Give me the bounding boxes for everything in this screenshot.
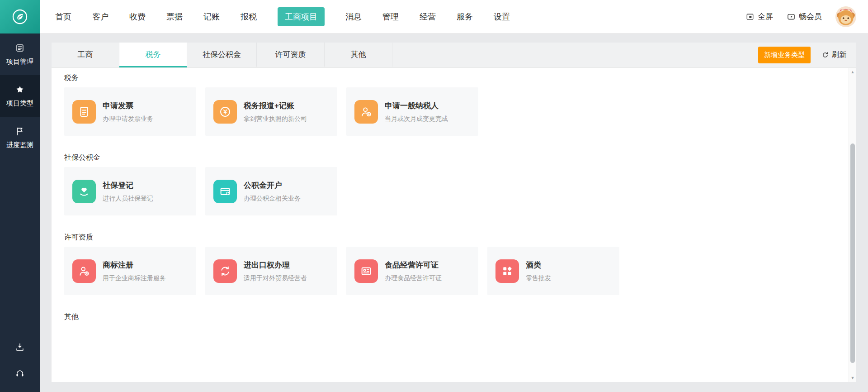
app-logo[interactable] <box>0 0 40 33</box>
vertical-scrollbar[interactable]: ▲ ▼ <box>849 68 856 382</box>
topbar-right: 全屏 畅会员 <box>745 6 868 27</box>
tab-business[interactable]: 工商 <box>52 43 119 67</box>
food-license-icon <box>354 259 378 283</box>
card-text: 商标注册 用于企业商标注册服务 <box>103 260 166 282</box>
sidebar-item-project-types[interactable]: 项目类型 <box>0 75 40 117</box>
card-subtitle: 拿到营业执照的新公司 <box>244 115 307 123</box>
nav-settings[interactable]: 设置 <box>494 11 510 22</box>
card-liquor[interactable]: 酒类 零售批发 <box>487 247 619 295</box>
card-apply-invoice[interactable]: 申请发票 办理申请发票业务 <box>64 87 196 136</box>
card-title: 申请发票 <box>103 100 153 111</box>
card-subtitle: 办理申请发票业务 <box>103 115 153 123</box>
card-trademark-registration[interactable]: 商标注册 用于企业商标注册服务 <box>64 247 196 295</box>
card-import-export-rights[interactable]: 进出口权办理 适用于对外贸易经营者 <box>205 247 337 295</box>
card-fund-account-opening[interactable]: 公积金开户 办理公积金相关业务 <box>205 167 337 215</box>
sidebar-item-project-management[interactable]: 项目管理 <box>0 33 40 75</box>
card-subtitle: 进行人员社保登记 <box>103 195 153 203</box>
nav-customers[interactable]: 客户 <box>92 11 108 22</box>
section-licenses: 许可资质 商标注册 用于企业商标注册服务 <box>64 233 829 295</box>
refresh-button[interactable]: 刷新 <box>821 50 846 60</box>
nav-invoices[interactable]: 票据 <box>166 11 183 22</box>
tab-others[interactable]: 其他 <box>325 43 392 67</box>
scroll-up-arrow[interactable]: ▲ <box>849 69 856 75</box>
section-heading: 许可资质 <box>64 233 829 242</box>
sidebar-item-label: 项目管理 <box>6 57 33 66</box>
social-security-icon <box>72 180 96 203</box>
fullscreen-button[interactable]: 全屏 <box>745 11 773 22</box>
general-taxpayer-icon <box>354 100 378 124</box>
tab-licenses[interactable]: 许可资质 <box>257 43 325 67</box>
download-icon[interactable] <box>15 342 25 352</box>
leaf-logo-icon <box>11 8 29 26</box>
card-social-security-registration[interactable]: 社保登记 进行人员社保登记 <box>64 167 196 215</box>
member-label: 畅会员 <box>799 11 822 22</box>
avatar-image <box>835 6 856 27</box>
scrollbar-thumb[interactable] <box>850 143 855 363</box>
scroll-down-arrow[interactable]: ▼ <box>849 375 856 381</box>
sidebar-item-progress-monitoring[interactable]: 进度监测 <box>0 117 40 158</box>
card-text: 税务报道+记账 拿到营业执照的新公司 <box>244 100 307 123</box>
nav-charges[interactable]: 收费 <box>129 11 146 22</box>
member-button[interactable]: 畅会员 <box>787 11 822 22</box>
tab-social-fund[interactable]: 社保公积金 <box>187 43 257 67</box>
tab-toolbar: 新增业务类型 刷新 <box>758 43 856 67</box>
card-general-taxpayer[interactable]: 申请一般纳税人 当月或次月成变更完成 <box>346 87 478 136</box>
card-row: 商标注册 用于企业商标注册服务 进出口权办理 适用于对外贸易经营者 <box>64 247 829 295</box>
nav-operations[interactable]: 经营 <box>420 11 436 22</box>
section-tax: 税务 申请发票 办理申请发票业务 <box>64 73 829 136</box>
sidebar: 项目管理 项目类型 进度监测 <box>0 33 40 392</box>
card-row: 申请发票 办理申请发票业务 税务报道+记账 拿到营业执照的新公司 <box>64 87 829 136</box>
card-title: 食品经营许可证 <box>385 260 442 270</box>
refresh-label: 刷新 <box>832 50 846 60</box>
card-subtitle: 用于企业商标注册服务 <box>103 274 166 282</box>
card-title: 公积金开户 <box>244 180 301 191</box>
section-heading: 税务 <box>64 73 829 83</box>
card-text: 申请一般纳税人 当月或次月成变更完成 <box>385 100 448 123</box>
content-area: 税务 申请发票 办理申请发票业务 <box>52 68 856 382</box>
card-subtitle: 办理食品经营许可证 <box>385 274 442 282</box>
card-tax-registration[interactable]: 税务报道+记账 拿到营业执照的新公司 <box>205 87 337 136</box>
card-subtitle: 适用于对外贸易经营者 <box>244 274 307 282</box>
import-export-icon <box>213 259 237 283</box>
topbar: 首页 客户 收费 票据 记账 报税 工商项目 消息 管理 经营 服务 设置 全屏 <box>0 0 868 33</box>
clipboard-icon <box>15 43 25 53</box>
fund-account-icon <box>213 180 237 203</box>
nav-business-projects[interactable]: 工商项目 <box>278 7 325 26</box>
tabstrip: 工商 税务 社保公积金 许可资质 其他 新增业务类型 刷新 <box>52 43 856 68</box>
top-nav: 首页 客户 收费 票据 记账 报税 工商项目 消息 管理 经营 服务 设置 <box>55 7 510 26</box>
card-title: 进出口权办理 <box>244 260 307 270</box>
add-business-type-button[interactable]: 新增业务类型 <box>758 47 811 63</box>
nav-home[interactable]: 首页 <box>55 11 71 22</box>
section-others: 其他 <box>64 312 829 322</box>
card-text: 公积金开户 办理公积金相关业务 <box>244 180 301 203</box>
card-row: 社保登记 进行人员社保登记 公积金开户 <box>64 167 829 215</box>
nav-management[interactable]: 管理 <box>382 11 399 22</box>
nav-services[interactable]: 服务 <box>457 11 473 22</box>
card-title: 社保登记 <box>103 180 153 191</box>
card-title: 税务报道+记账 <box>244 100 307 111</box>
card-text: 进出口权办理 适用于对外贸易经营者 <box>244 260 307 282</box>
card-subtitle: 当月或次月成变更完成 <box>385 115 448 123</box>
nav-bookkeeping[interactable]: 记账 <box>203 11 220 22</box>
nav-messages[interactable]: 消息 <box>345 11 362 22</box>
liquor-icon <box>495 259 519 283</box>
card-food-license[interactable]: 食品经营许可证 办理食品经营许可证 <box>346 247 478 295</box>
fullscreen-label: 全屏 <box>758 11 773 22</box>
nav-tax-filing[interactable]: 报税 <box>241 11 257 22</box>
refresh-icon <box>821 51 829 59</box>
card-text: 食品经营许可证 办理食品经营许可证 <box>385 260 442 282</box>
trademark-icon <box>72 259 96 283</box>
fullscreen-icon <box>745 12 755 21</box>
avatar[interactable] <box>835 6 856 27</box>
card-subtitle: 办理公积金相关业务 <box>244 195 301 203</box>
card-text: 社保登记 进行人员社保登记 <box>103 180 153 203</box>
headset-icon[interactable] <box>15 368 25 378</box>
main-panel: 工商 税务 社保公积金 许可资质 其他 新增业务类型 刷新 税务 <box>52 43 856 382</box>
card-subtitle: 零售批发 <box>526 274 551 282</box>
tax-report-icon <box>213 100 237 124</box>
star-icon <box>15 85 25 95</box>
tab-tax[interactable]: 税务 <box>119 43 187 67</box>
card-title: 商标注册 <box>103 260 166 270</box>
card-title: 申请一般纳税人 <box>385 100 448 111</box>
card-title: 酒类 <box>526 260 551 270</box>
